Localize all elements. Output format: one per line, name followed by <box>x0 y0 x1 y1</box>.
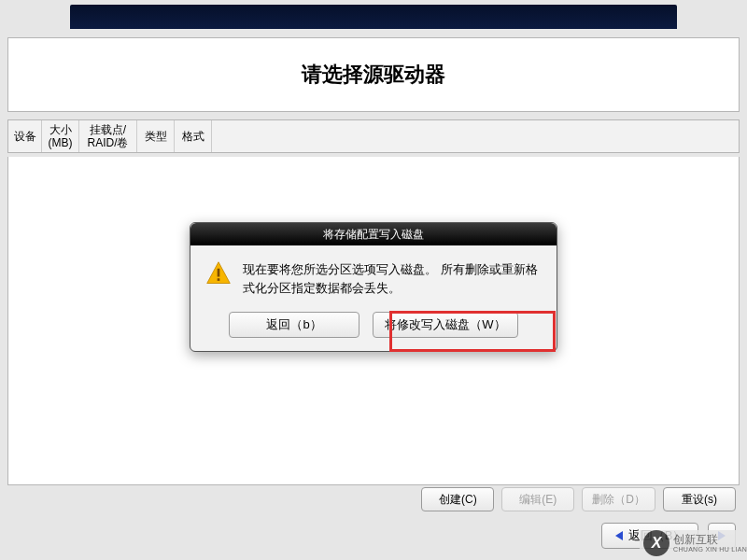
delete-button: 删除（D） <box>582 487 655 511</box>
dialog-button-row: 返回（b） 将修改写入磁盘（W） <box>190 306 557 351</box>
dialog-back-button[interactable]: 返回（b） <box>229 312 359 338</box>
installer-top-bar <box>70 5 677 29</box>
partition-table-header: 设备 大小 (MB) 挂载点/ RAID/卷 类型 格式 <box>7 119 740 153</box>
watermark-text: 创新互联 CHUANG XIN HU LIAN <box>673 534 747 553</box>
page-title: 请选择源驱动器 <box>302 61 445 89</box>
edit-button: 编辑(E) <box>501 487 574 511</box>
partition-action-row: 创建(C) 编辑(E) 删除（D） 重设(s) <box>7 487 740 515</box>
nav-row: 返回（B） <box>7 523 740 551</box>
title-panel: 请选择源驱动器 <box>7 37 740 112</box>
create-button[interactable]: 创建(C) <box>421 487 494 511</box>
dialog-write-button[interactable]: 将修改写入磁盘（W） <box>373 312 518 338</box>
svg-rect-1 <box>218 269 220 277</box>
warning-icon <box>205 260 232 297</box>
col-format[interactable]: 格式 <box>175 120 212 152</box>
dialog-message: 现在要将您所选分区选项写入磁盘。 所有删除或重新格式化分区指定数据都会丢失。 <box>243 260 542 297</box>
watermark-brand-top: 创新互联 <box>673 534 747 546</box>
watermark-brand-bottom: CHUANG XIN HU LIAN <box>673 546 747 553</box>
watermark: X 创新互联 CHUANG XIN HU LIAN <box>640 530 747 556</box>
col-size[interactable]: 大小 (MB) <box>42 120 79 152</box>
col-mount[interactable]: 挂载点/ RAID/卷 <box>79 120 137 152</box>
svg-rect-2 <box>218 278 220 281</box>
arrow-left-icon <box>615 531 623 540</box>
reset-button[interactable]: 重设(s) <box>663 487 736 511</box>
write-to-disk-dialog: 将存储配置写入磁盘 现在要将您所选分区选项写入磁盘。 所有删除或重新格式化分区指… <box>190 222 557 352</box>
watermark-logo-icon: X <box>643 530 669 556</box>
col-type[interactable]: 类型 <box>137 120 175 152</box>
dialog-body: 现在要将您所选分区选项写入磁盘。 所有删除或重新格式化分区指定数据都会丢失。 <box>190 245 557 306</box>
dialog-title: 将存储配置写入磁盘 <box>190 223 557 245</box>
col-device[interactable]: 设备 <box>8 120 42 152</box>
